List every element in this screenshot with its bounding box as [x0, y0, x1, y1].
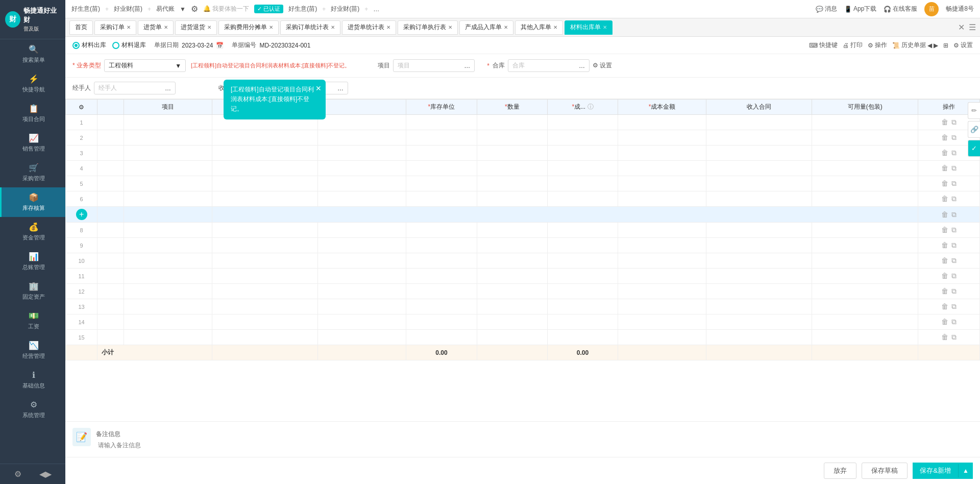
delete-row-btn[interactable]: 🗑 — [941, 195, 948, 203]
sidebar-item-sales[interactable]: 📈 销售管理 — [0, 128, 65, 158]
delete-row-btn[interactable]: 🗑 — [941, 164, 948, 173]
delete-row-btn[interactable]: 🗑 — [941, 133, 948, 142]
delete-row-btn[interactable]: 🗑 — [941, 333, 948, 342]
copy-row-btn[interactable]: ⧉ — [951, 164, 957, 173]
copy-row-btn[interactable]: ⧉ — [951, 118, 957, 127]
topbar-more[interactable]: … — [373, 6, 379, 13]
tab-receipt-stat-close[interactable]: ✕ — [386, 25, 390, 30]
add-row-btn[interactable]: + — [76, 209, 87, 220]
radio-material-return[interactable]: 材料退库 — [112, 41, 146, 50]
tab-purchase-exec[interactable]: 采购订单执行表 ✕ — [398, 20, 458, 35]
delete-row-btn[interactable]: 🗑 — [941, 210, 948, 219]
sidebar-item-quicknav[interactable]: ⚡ 快捷导航 — [0, 69, 65, 99]
tab-purchase-return[interactable]: 进货退货 ✕ — [175, 20, 217, 35]
sidebar-item-finance[interactable]: 💰 资金管理 — [0, 217, 65, 247]
sidebar-item-project[interactable]: 📋 项目合同 — [0, 99, 65, 128]
topbar-haoyecaim[interactable]: 好业财(苗) — [331, 5, 359, 13]
save-new-arrow-btn[interactable]: ▲ — [958, 464, 973, 477]
copy-row-btn[interactable]: ⧉ — [951, 333, 957, 342]
business-type-select[interactable]: 工程领料 ▼ — [104, 59, 186, 72]
copy-row-btn[interactable]: ⧉ — [951, 318, 957, 326]
tab-purchase-stat[interactable]: 采购订单统计表 ✕ — [280, 20, 340, 35]
print-btn[interactable]: 🖨 打印 — [843, 41, 863, 50]
tab-purchase-order-close[interactable]: ✕ — [127, 25, 131, 30]
tab-receipt-stat[interactable]: 进货单统计表 ✕ — [342, 20, 396, 35]
sidebar-item-inventory[interactable]: 📦 库存核算 — [0, 187, 65, 217]
handler-select[interactable]: 经手人 … — [94, 82, 176, 94]
topbar-nav-dropdown[interactable]: ▼ — [180, 6, 186, 13]
delete-row-btn[interactable]: 🗑 — [941, 302, 948, 311]
copy-row-btn[interactable]: ⧉ — [951, 241, 957, 250]
operation-btn[interactable]: ⚙ 操作 — [868, 41, 887, 50]
sidebar-item-payroll[interactable]: 💵 工资 — [0, 306, 65, 335]
settings-bottom-btn[interactable]: ⚙ — [14, 469, 21, 479]
warehouse-select[interactable]: 合库 … — [508, 59, 590, 72]
col-settings-header[interactable]: ⚙ — [66, 100, 97, 115]
save-new-main-btn[interactable]: 保存&新增 — [913, 463, 958, 478]
delete-row-btn[interactable]: 🗑 — [941, 287, 948, 296]
online-service-btn[interactable]: 🎧 在线客服 — [884, 5, 917, 13]
shortcut-btn[interactable]: ⌨ 快捷键 — [809, 41, 838, 50]
calendar-icon[interactable]: 📅 — [216, 42, 224, 49]
copy-row-btn[interactable]: ⧉ — [951, 179, 957, 188]
delete-row-btn[interactable]: 🗑 — [941, 272, 948, 280]
delete-row-btn[interactable]: 🗑 — [941, 226, 948, 234]
topbar-experience[interactable]: 🔔 我要体验一下 — [203, 5, 249, 13]
tab-purchase-expense[interactable]: 采购费用分摊单 ✕ — [218, 20, 279, 35]
sidebar-item-basicinfo[interactable]: ℹ 基础信息 — [0, 365, 65, 395]
right-panel-btn-3[interactable]: ✓ — [968, 140, 980, 157]
view-toggle-btn[interactable]: ⊞ — [943, 42, 948, 49]
tab-other-receipt-close[interactable]: ✕ — [553, 25, 557, 30]
user-avatar[interactable]: 苗 — [924, 2, 939, 16]
tab-purchase-return-close[interactable]: ✕ — [207, 25, 211, 30]
radio-material-issue[interactable]: 材料出库 — [72, 41, 106, 50]
discard-button[interactable]: 放弃 — [824, 463, 856, 479]
tab-finished-goods[interactable]: 产成品入库单 ✕ — [459, 20, 513, 35]
delete-row-btn[interactable]: 🗑 — [941, 118, 948, 127]
tab-material-issue[interactable]: 材料出库单 ✕ — [565, 20, 612, 35]
sidebar-item-operations[interactable]: 📉 经营管理 — [0, 335, 65, 365]
sidebar-item-purchase[interactable]: 🛒 采购管理 — [0, 158, 65, 187]
project-select[interactable]: 项目 … — [393, 59, 475, 72]
copy-row-btn[interactable]: ⧉ — [951, 226, 957, 234]
tab-purchase-exec-close[interactable]: ✕ — [448, 25, 452, 30]
tooltip-close-btn[interactable]: ✕ — [315, 83, 322, 94]
delete-row-btn[interactable]: 🗑 — [941, 318, 948, 326]
delete-row-btn[interactable]: 🗑 — [941, 256, 948, 265]
topbar-nav-haoyecai[interactable]: 好业财(苗) — [114, 5, 142, 13]
tab-purchase-receipt[interactable]: 进货单 ✕ — [138, 20, 174, 35]
delete-row-btn[interactable]: 🗑 — [941, 179, 948, 188]
app-download-btn[interactable]: 📱 App下载 — [844, 5, 876, 13]
history-btn[interactable]: 📜 历史单据 ◀ ▶ — [892, 41, 938, 50]
tab-purchase-expense-close[interactable]: ✕ — [269, 25, 273, 30]
tab-other-receipt[interactable]: 其他入库单 ✕ — [515, 20, 563, 35]
copy-row-btn[interactable]: ⧉ — [951, 302, 957, 311]
collapse-btn[interactable]: ◀▶ — [39, 469, 52, 479]
copy-row-btn[interactable]: ⧉ — [951, 133, 957, 142]
copy-row-btn[interactable]: ⧉ — [951, 287, 957, 296]
tab-purchase-stat-close[interactable]: ✕ — [331, 25, 335, 30]
message-btn[interactable]: 💬 消息 — [816, 5, 837, 13]
right-panel-btn-2[interactable]: 🔗 — [968, 121, 980, 138]
sidebar-item-sysadmin[interactable]: ⚙ 系统管理 — [0, 395, 65, 424]
topbar-nav-yidaizhang[interactable]: 易代账 — [156, 5, 175, 13]
user-name[interactable]: 畅捷通8号 — [946, 5, 974, 13]
copy-row-btn[interactable]: ⧉ — [951, 149, 957, 157]
tabs-more[interactable]: ☰ — [969, 22, 976, 32]
copy-row-btn[interactable]: ⧉ — [951, 256, 957, 265]
tab-material-issue-close[interactable]: ✕ — [603, 25, 607, 30]
delete-row-btn[interactable]: 🗑 — [941, 241, 948, 250]
save-draft-button[interactable]: 保存草稿 — [862, 463, 908, 479]
copy-row-btn[interactable]: ⧉ — [951, 195, 957, 203]
delete-row-btn[interactable]: 🗑 — [941, 149, 948, 157]
settings-btn[interactable]: ⚙ 设置 — [953, 41, 973, 50]
topbar-settings-icon[interactable]: ⚙ — [191, 4, 198, 14]
sidebar-item-search[interactable]: 🔍 搜索菜单 — [0, 39, 65, 69]
tab-purchase-receipt-close[interactable]: ✕ — [164, 25, 168, 30]
right-panel-btn-1[interactable]: ✏ — [968, 102, 980, 119]
copy-row-btn[interactable]: ⧉ — [951, 272, 957, 280]
tab-finished-goods-close[interactable]: ✕ — [504, 25, 508, 30]
topbar-nav-haosy[interactable]: 好生意(苗) — [71, 5, 100, 13]
tab-purchase-order[interactable]: 采购订单 ✕ — [94, 20, 136, 35]
topbar-haosym[interactable]: 好生意(苗) — [288, 5, 317, 13]
